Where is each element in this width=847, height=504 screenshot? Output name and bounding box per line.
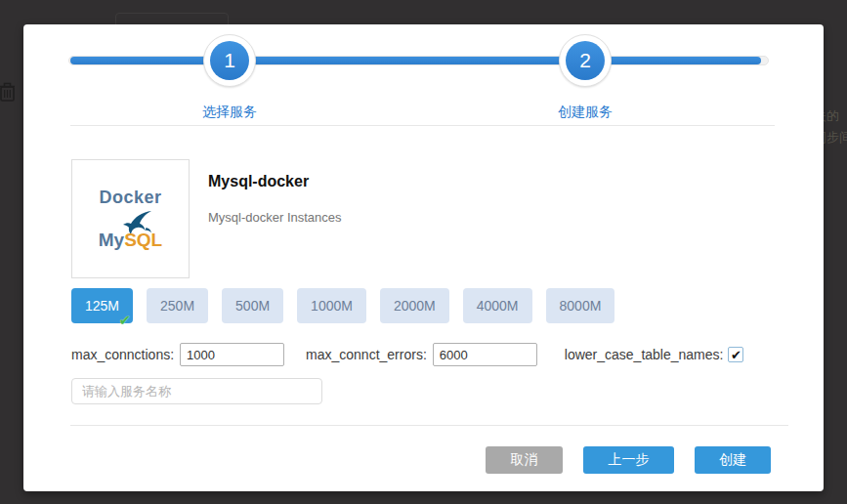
- previous-step-button[interactable]: 上一步: [583, 446, 674, 474]
- max-connections-label: max_connctions:: [71, 347, 174, 362]
- parameters-row: max_connctions: max_connct_errors: lower…: [71, 343, 743, 366]
- mysql-logo-my: My: [99, 230, 124, 250]
- step-2-label: 创建服务: [558, 104, 613, 121]
- step-1-number: 1: [224, 49, 235, 72]
- memory-option-250m[interactable]: 250M: [147, 288, 208, 323]
- memory-option-1000m[interactable]: 1000M: [297, 288, 366, 323]
- memory-option-label: 1000M: [311, 298, 353, 314]
- memory-option-label: 4000M: [477, 298, 519, 314]
- cancel-button[interactable]: 取消: [486, 446, 563, 474]
- mysql-logo-text: MySQL: [99, 230, 162, 251]
- step-2-circle[interactable]: 2: [566, 41, 605, 80]
- max-connections-input[interactable]: [180, 343, 284, 366]
- header-divider: [70, 125, 775, 126]
- memory-option-label: 8000M: [560, 298, 602, 314]
- docker-logo-text: Docker: [99, 188, 161, 208]
- service-logo: Docker MySQL: [71, 159, 190, 278]
- memory-option-label: 500M: [235, 298, 270, 314]
- memory-option-500m[interactable]: 500M: [222, 288, 283, 323]
- wizard-step-select-service: 1 选择服务: [132, 34, 327, 121]
- create-service-dialog: 1 选择服务 2 创建服务 Docker MySQL Mysql-docker …: [23, 24, 824, 491]
- lower-case-table-names-checkbox[interactable]: [728, 347, 743, 362]
- memory-option-label: 125M: [85, 298, 119, 314]
- step-2-number: 2: [579, 49, 591, 72]
- max-connect-errors-label: max_connct_errors:: [306, 347, 427, 362]
- service-description: Mysql-docker Instances: [208, 210, 342, 225]
- step-1-ring: 1: [203, 34, 256, 87]
- step-1-circle[interactable]: 1: [210, 41, 249, 80]
- memory-option-2000m[interactable]: 2000M: [380, 288, 449, 323]
- step-2-ring: 2: [559, 34, 612, 87]
- memory-option-label: 250M: [160, 298, 194, 314]
- trash-icon: [0, 82, 15, 103]
- memory-options-row: 125M ✔ 250M 500M 1000M 2000M 4000M 8000M: [71, 288, 614, 323]
- mysql-logo-sql: SQL: [124, 230, 162, 250]
- lower-case-table-names-label: lower_case_table_names:: [565, 347, 724, 362]
- max-connect-errors-input[interactable]: [433, 343, 537, 366]
- memory-option-4000m[interactable]: 4000M: [463, 288, 532, 323]
- memory-option-125m[interactable]: 125M ✔: [71, 288, 133, 323]
- service-name-input[interactable]: [71, 378, 322, 404]
- create-button[interactable]: 创建: [695, 446, 771, 474]
- step-1-label: 选择服务: [202, 104, 257, 121]
- footer-divider: [70, 425, 788, 426]
- dialog-footer: 取消 上一步 创建: [486, 446, 771, 474]
- service-title: Mysql-docker: [208, 173, 309, 190]
- memory-option-label: 2000M: [394, 298, 436, 314]
- wizard-step-create-service: 2 创建服务: [487, 34, 683, 121]
- memory-option-8000m[interactable]: 8000M: [546, 288, 615, 323]
- check-icon: ✔: [118, 312, 131, 329]
